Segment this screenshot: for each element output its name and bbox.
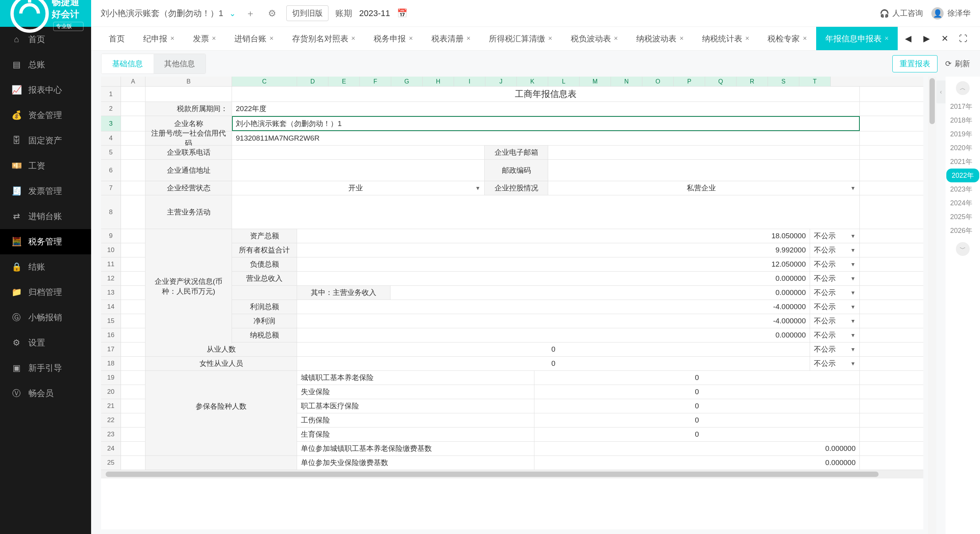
sidebar-item-purchase[interactable]: ⇄进销台账 xyxy=(0,204,91,229)
row-header[interactable]: 2 xyxy=(101,102,121,116)
row-header[interactable]: 13 xyxy=(101,286,121,300)
col-header-P[interactable]: P xyxy=(674,77,705,86)
col-header-G[interactable]: G xyxy=(391,77,423,86)
ins-value[interactable]: 0 xyxy=(534,371,860,385)
sidebar-item-reports[interactable]: 📈报表中心 xyxy=(0,77,91,103)
row-header[interactable]: 17 xyxy=(101,342,121,356)
col-header-J[interactable]: J xyxy=(485,77,517,86)
sidebar-item-close[interactable]: 🔒结账 xyxy=(0,254,91,280)
tab-2[interactable]: 发票× xyxy=(184,27,225,50)
row-header[interactable]: 1 xyxy=(101,87,121,102)
horizontal-scrollbar[interactable] xyxy=(101,470,923,478)
asset-value[interactable]: -4.000000 xyxy=(297,314,810,328)
close-icon[interactable]: × xyxy=(614,34,618,43)
close-icon[interactable]: × xyxy=(803,34,807,43)
col-header-F[interactable]: F xyxy=(360,77,391,86)
subtab-other[interactable]: 其他信息 xyxy=(154,54,206,74)
tab-11[interactable]: 税检专家× xyxy=(758,27,816,50)
row-header[interactable]: 8 xyxy=(101,195,121,229)
tab-9[interactable]: 纳税波动表× xyxy=(627,27,693,50)
row-header[interactable]: 12 xyxy=(101,272,121,285)
row-header[interactable]: 7 xyxy=(101,181,121,195)
consult-button[interactable]: 🎧 人工咨询 xyxy=(880,8,923,18)
sidebar-item-archive[interactable]: 📁归档管理 xyxy=(0,280,91,305)
tab-1[interactable]: 纪申报× xyxy=(134,27,184,50)
close-icon[interactable]: × xyxy=(212,34,216,43)
holding-dropdown[interactable]: 私营企业▼ xyxy=(548,181,860,195)
add-icon[interactable]: ＋ xyxy=(243,7,258,20)
row-header[interactable]: 3 xyxy=(101,116,121,131)
col-header-N[interactable]: N xyxy=(611,77,642,86)
company-value[interactable]: 刘小艳演示账套（勿删勿动！）1 xyxy=(232,116,860,131)
sidebar-item-guide[interactable]: ▣新手引导 xyxy=(0,355,91,381)
asset-value[interactable]: 9.992000 xyxy=(297,243,810,257)
refresh-button[interactable]: ⟳ 刷新 xyxy=(945,59,970,69)
emp-value[interactable]: 0 xyxy=(297,342,810,356)
asset-value[interactable]: 0.000000 xyxy=(390,286,810,300)
row-header[interactable]: 4 xyxy=(101,131,121,145)
row-header[interactable]: 15 xyxy=(101,314,121,328)
subtab-basic[interactable]: 基础信息 xyxy=(101,54,154,74)
row-header[interactable]: 18 xyxy=(101,357,121,370)
zip-value[interactable] xyxy=(548,160,860,181)
ins-value[interactable]: 0 xyxy=(534,385,860,399)
tab-12[interactable]: 年报信息申报表× xyxy=(816,27,898,50)
col-header-L[interactable]: L xyxy=(548,77,580,86)
year-option[interactable]: 2019年 xyxy=(946,127,979,141)
email-value[interactable] xyxy=(548,146,860,159)
col-header-R[interactable]: R xyxy=(737,77,768,86)
col-header-Q[interactable]: Q xyxy=(705,77,737,86)
calendar-icon[interactable]: 📅 xyxy=(397,8,407,18)
ins-value[interactable]: 0 xyxy=(534,413,860,427)
ins-value[interactable]: 0 xyxy=(534,399,860,413)
period-value[interactable]: 2023-11 xyxy=(359,8,390,18)
col-header-M[interactable]: M xyxy=(580,77,611,86)
addr-value[interactable] xyxy=(232,160,485,181)
close-icon[interactable]: × xyxy=(270,34,274,43)
asset-value[interactable]: 0.000000 xyxy=(297,328,810,342)
close-icon[interactable]: × xyxy=(679,34,684,43)
col-header-E[interactable]: E xyxy=(328,77,360,86)
dropdown-cell[interactable]: 不公示▼ xyxy=(810,272,860,285)
close-icon[interactable]: × xyxy=(409,34,413,43)
year-option[interactable]: 2021年 xyxy=(946,155,979,169)
close-icon[interactable]: × xyxy=(885,34,889,43)
col-header-A[interactable]: A xyxy=(121,77,145,86)
row-header[interactable]: 16 xyxy=(101,328,121,342)
year-up-button[interactable]: ︿ xyxy=(956,81,970,95)
spreadsheet[interactable]: ABCDEFGHIJKLMNOPQRST 1工商年报信息表2税款所属期间：202… xyxy=(101,77,923,529)
sidebar-item-funds[interactable]: 💰资金管理 xyxy=(0,103,91,128)
row-header[interactable]: 11 xyxy=(101,257,121,271)
close-icon[interactable]: × xyxy=(467,34,471,43)
base-value[interactable]: 0.000000 xyxy=(534,442,860,455)
sidebar-item-settings[interactable]: ⚙设置 xyxy=(0,330,91,355)
tab-10[interactable]: 纳税统计表× xyxy=(693,27,759,50)
user-menu[interactable]: 👤 徐泽华 xyxy=(931,7,970,20)
row-header[interactable]: 6 xyxy=(101,160,121,181)
vertical-scrollbar[interactable] xyxy=(928,77,936,534)
sidebar-item-invoice[interactable]: 🧾发票管理 xyxy=(0,179,91,204)
col-header-S[interactable]: S xyxy=(768,77,799,86)
switch-old-version-button[interactable]: 切到旧版 xyxy=(286,5,328,21)
row-header[interactable]: 19 xyxy=(101,371,121,385)
tabs-prev-button[interactable]: ◀ xyxy=(900,30,916,47)
sidebar-item-assets[interactable]: 🗄固定资产 xyxy=(0,128,91,153)
year-option[interactable]: 2017年 xyxy=(946,100,979,113)
year-option[interactable]: 2026年 xyxy=(946,224,979,238)
close-icon[interactable]: × xyxy=(745,34,750,43)
row-header[interactable]: 20 xyxy=(101,385,121,399)
sidebar-item-expense[interactable]: Ⓖ小畅报销 xyxy=(0,305,91,330)
asset-value[interactable]: 18.050000 xyxy=(297,229,810,243)
row-header[interactable]: 5 xyxy=(101,146,121,159)
col-header-H[interactable]: H xyxy=(423,77,454,86)
dropdown-cell[interactable]: 不公示▼ xyxy=(810,243,860,257)
year-option[interactable]: 2024年 xyxy=(946,196,979,210)
tabs-close-button[interactable]: ✕ xyxy=(936,30,953,47)
year-option[interactable]: 2020年 xyxy=(946,141,979,155)
tab-3[interactable]: 进销台账× xyxy=(225,27,283,50)
select-all-corner[interactable] xyxy=(101,77,121,86)
asset-value[interactable]: 0.000000 xyxy=(297,272,810,285)
sidebar-item-ledger[interactable]: ▤总账 xyxy=(0,52,91,77)
tab-7[interactable]: 所得税汇算清缴× xyxy=(480,27,562,50)
row-header[interactable]: 14 xyxy=(101,300,121,314)
